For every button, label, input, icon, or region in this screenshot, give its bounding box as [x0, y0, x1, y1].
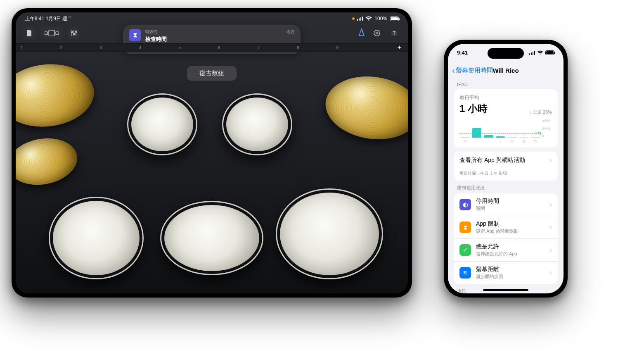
wifi-icon [365, 16, 372, 21]
row-title: 停用時間 [476, 198, 545, 205]
view-all-activity-card: 查看所有 App 與網站活動 › 更新時間：今日 上午 9:40 [454, 152, 558, 181]
trend-arrow-icon: ↑ [529, 110, 531, 115]
wifi-icon [537, 50, 543, 55]
timeline-ruler[interactable]: 123456789 + [16, 43, 408, 52]
view-all-activity-label: 查看所有 App 與網站活動 [459, 157, 525, 164]
hi-hat-cymbal[interactable] [16, 133, 81, 190]
settings-button[interactable] [371, 27, 383, 39]
help-button[interactable]: ? [388, 27, 400, 39]
iphone-screen: 9:41 ‹ 螢幕使用時間 Will Rico IPAD 每日平均 1 小時 [448, 44, 564, 293]
ipad-status-left: 上午9:41 1月9日 週二 [25, 15, 72, 22]
row-subtitle: 關閉 [476, 205, 545, 212]
drum-kit [16, 52, 408, 293]
crash-cymbal-right[interactable] [322, 71, 408, 145]
svg-text:?: ? [393, 30, 395, 36]
ipad-status-right: 100% [352, 16, 399, 21]
home-indicator[interactable] [483, 289, 528, 291]
back-label: 螢幕使用時間 [456, 67, 493, 74]
battery-icon [390, 17, 399, 21]
row-icon: ◐ [459, 199, 471, 210]
dynamic-island [488, 48, 524, 59]
kick-drum[interactable] [160, 201, 263, 275]
svg-point-4 [71, 31, 73, 33]
cellular-icon [529, 51, 535, 55]
chevron-right-icon: › [550, 157, 552, 164]
row-title: 總是允許 [476, 243, 545, 250]
view-all-activity-row[interactable]: 查看所有 App 與網站活動 › [454, 152, 558, 169]
chevron-right-icon: › [550, 269, 552, 276]
row-subtitle: 設定 App 的時間限制 [476, 228, 545, 234]
svg-point-11 [376, 32, 378, 34]
battery-percent: 100% [374, 16, 387, 21]
metronome-button[interactable] [358, 28, 366, 38]
ipad-status-bar: 上午9:41 1月9日 週二 100% [16, 15, 408, 22]
row-icon: ⧗ [459, 221, 471, 233]
section-device-label: IPAD [457, 82, 558, 87]
chevron-right-icon: › [550, 246, 552, 254]
hourglass-icon: ⧗ [129, 29, 141, 41]
notification-category: 時效性 [145, 29, 158, 35]
row-title: 螢幕距離 [476, 266, 545, 273]
svg-point-8 [75, 31, 77, 33]
row-subtitle: 選擇總是允許的 App [476, 251, 545, 257]
limits-row[interactable]: ⧗App 限制設定 App 的時間限制› [454, 216, 558, 238]
chevron-right-icon: › [550, 201, 552, 208]
crash-cymbal-left[interactable] [16, 60, 97, 131]
add-track-button[interactable]: + [398, 44, 403, 51]
rack-tom-1[interactable] [127, 93, 197, 155]
browser-button[interactable] [40, 27, 63, 39]
page-title: Will Rico [492, 67, 519, 74]
section-limits-label: 限制使用狀況 [457, 185, 558, 191]
limits-list: ◐停用時間關閉›⧗App 限制設定 App 的時間限制›✓總是允許選擇總是允許的… [454, 193, 558, 284]
limits-row[interactable]: ◐停用時間關閉› [454, 193, 558, 216]
limits-row[interactable]: ✓總是允許選擇總是允許的 App› [454, 238, 558, 261]
daily-usage-card: 每日平均 1 小時 ↑ 上週 23% 4小時2小時0 平均 日一二三四 [454, 89, 558, 148]
limits-row[interactable]: ≋螢幕距離減少眼睛疲勞› [454, 261, 558, 284]
row-title: App 限制 [476, 220, 545, 228]
navigation-bar: ‹ 螢幕使用時間 Will Rico [448, 62, 564, 79]
notification-when: 現在 [286, 29, 295, 35]
svg-rect-0 [45, 32, 47, 35]
daily-average-value: 1 小時 [459, 102, 488, 115]
recording-indicator-icon [352, 17, 355, 20]
track-controls-button[interactable] [68, 27, 80, 39]
row-icon: ✓ [459, 244, 471, 256]
trend-text: 上週 23% [533, 109, 552, 115]
svg-rect-2 [56, 32, 59, 35]
back-button[interactable]: ‹ 螢幕使用時間 [452, 66, 493, 74]
ipad-device: 上午9:41 1月9日 週二 100% [12, 8, 412, 298]
ipad-screen: 上午9:41 1月9日 週二 100% [16, 12, 408, 293]
ruler-marks: 123456789 [21, 45, 339, 50]
svg-point-10 [374, 30, 380, 36]
cellular-icon [357, 17, 363, 21]
notification-title: 檢查時間 [145, 36, 295, 43]
chevron-left-icon: ‹ [452, 66, 455, 74]
daily-average-label: 每日平均 [459, 94, 488, 101]
svg-rect-1 [49, 30, 54, 36]
iphone-device: 9:41 ‹ 螢幕使用時間 Will Rico IPAD 每日平均 1 小時 [444, 40, 568, 298]
chevron-right-icon: › [550, 224, 552, 231]
row-subtitle: 減少眼睛疲勞 [476, 274, 545, 280]
usage-bar-chart: 4小時2小時0 平均 日一二三四五六 [459, 119, 552, 143]
my-songs-button[interactable] [23, 27, 36, 39]
row-icon: ≋ [459, 267, 471, 279]
screen-time-content: IPAD 每日平均 1 小時 ↑ 上週 23% 4小時2小時0 [448, 79, 564, 293]
svg-point-6 [73, 33, 75, 35]
iphone-time: 9:41 [457, 50, 468, 56]
floor-tom[interactable] [276, 188, 383, 279]
battery-icon [545, 50, 554, 55]
updated-time: 更新時間：今日 上午 9:40 [454, 169, 558, 181]
trend-indicator: ↑ 上週 23% [529, 109, 552, 115]
rack-tom-2[interactable] [222, 93, 292, 155]
snare-drum[interactable] [49, 197, 144, 279]
